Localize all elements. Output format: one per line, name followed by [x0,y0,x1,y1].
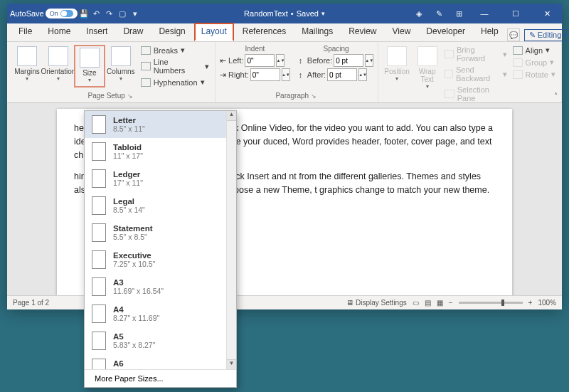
page-icon [92,142,106,161]
group-button: Group ▾ [511,57,557,68]
minimize-button[interactable]: — [472,4,496,23]
size-dim: 8.5" x 14" [113,206,145,214]
size-option-a3[interactable]: A311.69" x 16.54" [85,273,236,300]
align-button[interactable]: Align ▾ [511,45,557,55]
line-numbers-icon [141,62,151,70]
zoom-value[interactable]: 100% [538,299,556,307]
more-paper-sizes-button[interactable]: More Paper Sizes... [85,369,236,387]
tab-home[interactable]: Home [41,23,78,41]
size-option-a6[interactable]: A64.13" x 5.83" [85,354,236,369]
size-option-ledger[interactable]: Ledger17" x 11" [85,165,236,192]
page-icon [92,169,106,188]
hyphenation-icon [141,78,151,87]
bring-forward-button: Bring Forward ▾ [443,45,508,63]
page-info[interactable]: Page 1 of 2 [13,299,49,307]
size-button[interactable]: Size▾ [74,45,105,88]
tab-view[interactable]: View [385,23,418,41]
page-icon [92,277,106,296]
editing-mode-button[interactable]: ✎ Editing ▾ [524,29,569,41]
qat-more-icon[interactable]: ▢ [116,9,129,18]
position-button: Position▾ [383,45,411,103]
doc-dropdown-icon[interactable]: ▾ [321,10,325,17]
spacing-after-icon: ↕ [299,70,306,79]
qat-dropdown-icon[interactable]: ▾ [129,9,142,18]
selection-pane-button[interactable]: Selection Pane [443,85,508,103]
redo-icon[interactable]: ↷ [103,9,116,18]
autosave-pill[interactable]: On [46,9,78,18]
undo-icon[interactable]: ↶ [90,9,103,18]
spinner-icon[interactable]: ▲▼ [365,54,373,67]
display-settings-button[interactable]: 🖥 Display Settings [346,299,406,307]
view-read-icon[interactable]: ▤ [425,299,431,307]
collapse-ribbon-icon[interactable]: ˄ [554,92,558,100]
pen-icon[interactable]: ✎ [432,9,445,18]
spinner-icon[interactable]: ▲▼ [358,68,367,81]
breaks-button[interactable]: Breaks ▾ [139,45,211,55]
spinner-icon[interactable]: ▲▼ [282,68,290,81]
zoom-out-icon[interactable]: − [449,299,453,307]
close-button[interactable]: ✕ [535,4,559,23]
ribbon-display-icon[interactable]: ⊞ [452,9,465,18]
toggle-icon [60,10,73,17]
spinner-icon[interactable]: ▲▼ [276,54,284,67]
tab-layout[interactable]: Layout [194,23,234,41]
page-setup-launcher-icon[interactable]: ↘ [127,92,134,100]
tab-developer[interactable]: Developer [419,23,472,41]
size-menu-scrollbar[interactable]: ▲ ▼ [226,111,236,369]
orientation-button[interactable]: Orientation▾ [43,45,74,88]
scroll-up-icon[interactable]: ▲ [227,111,236,121]
tab-mailings[interactable]: Mailings [294,23,340,41]
indent-left-input[interactable] [245,54,275,67]
spacing-before-input[interactable] [334,54,363,67]
size-option-a4[interactable]: A48.27" x 11.69" [85,300,236,327]
size-option-legal[interactable]: Legal8.5" x 14" [85,192,236,219]
position-icon [387,46,407,66]
columns-button[interactable]: Columns▾ [105,45,137,88]
size-option-executive[interactable]: Executive7.25" x 10.5" [85,246,236,273]
send-backward-icon [445,70,453,78]
size-option-tabloid[interactable]: Tabloid11" x 17" [85,138,236,165]
paragraph-launcher-icon[interactable]: ↘ [311,92,318,100]
page-icon [92,115,106,134]
wrap-text-icon [418,46,437,66]
group-arrange: Position▾ Wrap Text▾ Bring Forward ▾ Sen… [378,42,562,102]
breaks-icon [141,46,151,55]
group-paragraph: Indent ⇤Left:▲▼ ⇥Right:▲▼ Spacing ↕Befor… [216,42,378,102]
paragraph-label: Paragraph [275,92,309,100]
size-name: A5 [113,332,155,341]
view-web-icon[interactable]: ▦ [437,299,443,307]
group-icon [513,58,523,67]
spacing-after-input[interactable] [327,68,357,81]
size-name: Tabloid [113,143,143,152]
comments-icon[interactable]: 💬 [507,28,520,41]
size-option-letter[interactable]: Letter8.5" x 11" [85,111,236,138]
tab-insert[interactable]: Insert [79,23,115,41]
tab-references[interactable]: References [235,23,293,41]
save-icon[interactable]: 💾 [78,9,90,18]
align-icon [513,46,523,55]
size-name: A3 [113,278,164,287]
zoom-slider[interactable] [459,302,523,304]
zoom-in-icon[interactable]: + [528,299,533,307]
tab-file[interactable]: File [11,23,39,41]
size-option-a5[interactable]: A55.83" x 8.27" [85,327,236,354]
size-name: Ledger [113,170,143,179]
line-numbers-button[interactable]: Line Numbers ▾ [139,57,211,75]
maximize-button[interactable]: ☐ [504,4,528,23]
indent-right-input[interactable] [250,68,280,81]
scroll-down-icon[interactable]: ▼ [227,359,236,369]
titlebar: AutoSave On 💾 ↶ ↷ ▢ ▾ RandomText • Saved… [7,4,562,23]
tab-design[interactable]: Design [151,23,192,41]
tab-review[interactable]: Review [341,23,383,41]
size-dim: 17" x 11" [113,179,143,187]
margins-button[interactable]: Margins▾ [11,45,43,88]
page-icon [92,359,106,369]
diamond-icon[interactable]: ◈ [413,9,425,18]
hyphenation-button[interactable]: Hyphenation ▾ [139,77,211,88]
tab-help[interactable]: Help [474,23,506,41]
size-option-statement[interactable]: Statement5.5" x 8.5" [85,219,236,246]
indent-left-icon: ⇤ [220,56,227,65]
view-print-icon[interactable]: ▭ [413,299,419,307]
tab-draw[interactable]: Draw [116,23,150,41]
page-icon [92,196,106,215]
